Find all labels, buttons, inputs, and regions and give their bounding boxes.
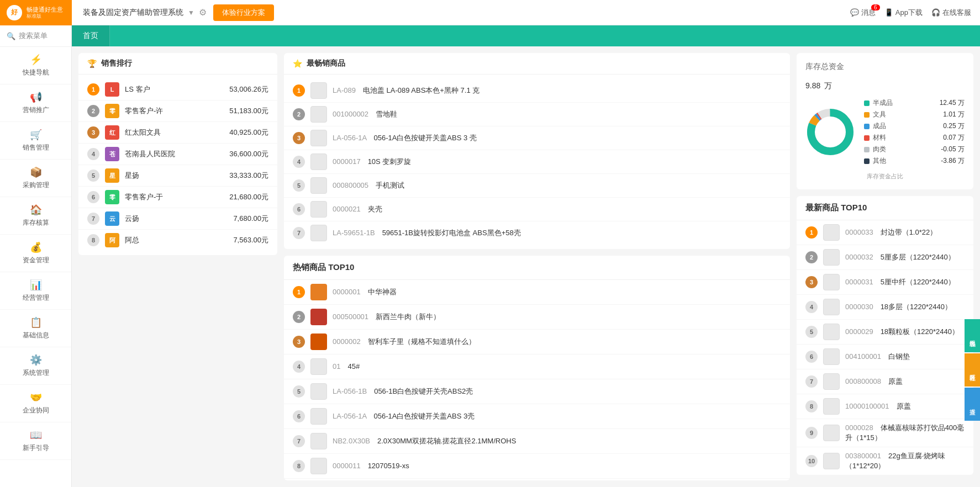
float-service-community[interactable]: 服务社区 bbox=[965, 353, 980, 387]
product-thumb bbox=[310, 225, 327, 241]
hot-products-title: 热销商品 TOP10 bbox=[284, 256, 790, 280]
sidebar-search[interactable]: 🔍 搜索菜单 bbox=[0, 25, 71, 47]
hot-product-row: 2 000500001 新西兰牛肉（新牛） bbox=[284, 305, 790, 330]
rank-name: 0000017 10S 变刺罗旋 bbox=[333, 157, 781, 167]
sidebar-item-system[interactable]: ⚙️ 系统管理 bbox=[0, 347, 71, 385]
customer-service-button[interactable]: 🎧 在线客服 bbox=[931, 8, 971, 18]
content-area: 首页 🏆 销售排行 1 L LS 客户 53,006.26元 2 零 零售客 bbox=[72, 25, 980, 487]
sidebar-item-finance[interactable]: 💰 资金管理 bbox=[0, 235, 71, 272]
legend-label: 肉类 bbox=[873, 145, 937, 154]
message-badge: 6 bbox=[871, 4, 880, 10]
legend-label: 其他 bbox=[873, 156, 937, 166]
rank-number: 1 bbox=[293, 286, 305, 298]
panel-center: ⭐ 最畅销商品 1 LA-089 电池盖 LA-089 ABS本色+黑种 7.1… bbox=[284, 53, 790, 480]
rank-name: 星扬 bbox=[125, 171, 224, 181]
product-thumb bbox=[310, 130, 327, 146]
rank-number: 3 bbox=[87, 126, 99, 139]
product-thumb bbox=[823, 425, 840, 441]
rank-number: 5 bbox=[293, 179, 305, 192]
rank-amount: 7,563.00元 bbox=[233, 235, 268, 245]
customer-service-label: 在线客服 bbox=[942, 8, 971, 18]
rank-number: 2 bbox=[293, 311, 305, 323]
rank-number: 2 bbox=[805, 251, 818, 263]
sidebar-item-sales[interactable]: 🛒 销售管理 bbox=[0, 122, 71, 160]
best-seller-card: ⭐ 最畅销商品 1 LA-089 电池盖 LA-089 ABS本色+黑种 7.1… bbox=[284, 53, 790, 249]
system-selector[interactable]: 装备及固定资产辅助管理系统 ▼ bbox=[83, 8, 194, 18]
system-name: 装备及固定资产辅助管理系统 bbox=[83, 8, 183, 18]
product-info: LA-056-1A 056-1A白色按键开关盖ABS 3壳 bbox=[333, 411, 781, 421]
product-thumb bbox=[310, 284, 327, 300]
float-service: 客服热线 服务社区 直播 bbox=[965, 319, 980, 421]
best-seller-title: 最畅销商品 bbox=[307, 59, 345, 68]
inventory-total: 9.88 万 bbox=[805, 76, 965, 92]
float-customer-service[interactable]: 客服热线 bbox=[965, 319, 980, 352]
star-icon: ⭐ bbox=[293, 59, 302, 68]
trial-button[interactable]: 体验行业方案 bbox=[213, 4, 274, 21]
rank-number: 3 bbox=[293, 336, 305, 348]
best-seller-header: ⭐ 最畅销商品 bbox=[284, 53, 790, 75]
sidebar-item-cooperation[interactable]: 🤝 企业协同 bbox=[0, 385, 71, 422]
sales-ranking-body: 1 L LS 客户 53,006.26元 2 零 零售客户-许 51,183.0… bbox=[78, 75, 277, 255]
legend-item: 半成品 12.45 万 bbox=[864, 98, 965, 108]
product-info: 0000033 封边带（1.0*22） bbox=[845, 227, 965, 237]
mobile-icon: 📱 bbox=[884, 8, 893, 17]
rank-avatar: 零 bbox=[105, 104, 119, 118]
rank-amount: 53,006.26元 bbox=[229, 84, 268, 94]
ranking-row: 2 零 零售客户-许 51,183.00元 bbox=[78, 100, 277, 122]
headphone-icon: 🎧 bbox=[931, 8, 940, 17]
product-info: 10000100001 原盖 bbox=[845, 401, 965, 411]
sales-ranking-title: 销售排行 bbox=[101, 59, 132, 68]
latest-product-row: 4 0000030 18多层（1220*2440） bbox=[797, 295, 973, 320]
rank-amount: 36,600.00元 bbox=[229, 149, 268, 159]
product-thumb bbox=[310, 309, 327, 325]
product-info: 000500001 新西兰牛肉（新牛） bbox=[333, 312, 781, 322]
legend-dot bbox=[864, 135, 870, 141]
rank-name: 零售客户-许 bbox=[125, 106, 224, 116]
legend-dot bbox=[864, 158, 870, 164]
best-seller-row: 5 000800005 手机测试 bbox=[284, 174, 790, 198]
sidebar-item-guide[interactable]: 📖 新手引导 bbox=[0, 422, 71, 460]
rank-number: 5 bbox=[87, 170, 99, 182]
rank-name: 苍南县人民医院 bbox=[125, 149, 224, 159]
message-button[interactable]: 💬 消息 6 bbox=[850, 8, 876, 18]
rank-name: 000800005 手机测试 bbox=[333, 181, 781, 190]
rank-number: 7 bbox=[293, 435, 305, 447]
basic-info-icon: 📋 bbox=[30, 316, 42, 329]
product-info: 0000030 18多层（1220*2440） bbox=[845, 302, 965, 312]
sidebar: 🔍 搜索菜单 ⚡ 快捷导航 📢 营销推广 🛒 销售管理 📦 采购管理 🏠 库存核… bbox=[0, 25, 72, 487]
rank-number: 1 bbox=[293, 84, 305, 97]
rank-amount: 33,333.00元 bbox=[229, 171, 268, 181]
guide-icon: 📖 bbox=[30, 429, 42, 441]
legend-label: 材料 bbox=[873, 133, 940, 142]
sidebar-item-label: 新手引导 bbox=[23, 443, 49, 453]
chevron-down-icon: ▼ bbox=[188, 9, 194, 17]
sidebar-item-marketing[interactable]: 📢 营销推广 bbox=[0, 84, 71, 122]
app-download-button[interactable]: 📱 App下载 bbox=[884, 8, 923, 18]
product-info: NB2.0X30B 2.0X30MM双搓花轴.搓花直径2.1MM/ROHS bbox=[333, 436, 781, 446]
sidebar-item-basic-info[interactable]: 📋 基础信息 bbox=[0, 310, 71, 347]
sidebar-item-label: 资金管理 bbox=[23, 256, 49, 265]
rank-amount: 21,680.00元 bbox=[229, 192, 268, 202]
tab-bar: 首页 bbox=[72, 25, 980, 46]
sidebar-item-label: 快捷导航 bbox=[23, 68, 49, 77]
rank-number: 4 bbox=[293, 361, 305, 373]
float-live[interactable]: 直播 bbox=[965, 388, 980, 421]
latest-products-body: 1 0000033 封边带（1.0*22） 2 0000032 5厘多层（122… bbox=[797, 220, 973, 475]
purchase-icon: 📦 bbox=[30, 166, 42, 178]
product-thumb bbox=[823, 299, 840, 315]
inventory-card: 库存总资金 9.88 万 bbox=[797, 53, 973, 189]
rank-avatar: L bbox=[105, 82, 119, 97]
latest-product-row: 10 003800001 22g鱼豆腐·烧烤味（1*12*20） bbox=[797, 447, 973, 475]
latest-product-row: 1 0000033 封边带（1.0*22） bbox=[797, 220, 973, 245]
sidebar-item-purchase[interactable]: 📦 采购管理 bbox=[0, 160, 71, 197]
sidebar-item-operations[interactable]: 📊 经营管理 bbox=[0, 272, 71, 310]
search-menu-button[interactable]: 🔍 搜索菜单 bbox=[7, 31, 65, 41]
gear-icon[interactable]: ⚙ bbox=[199, 7, 207, 18]
hot-product-row: 5 LA-056-1B 056-1B白色按键开关壳ABS2壳 bbox=[284, 379, 790, 404]
sidebar-item-quick-nav[interactable]: ⚡ 快捷导航 bbox=[0, 47, 71, 84]
tab-home[interactable]: 首页 bbox=[72, 25, 110, 46]
rank-number: 7 bbox=[87, 213, 99, 225]
donut-chart bbox=[805, 107, 855, 159]
sidebar-item-label: 销售管理 bbox=[23, 143, 49, 152]
sidebar-item-inventory[interactable]: 🏠 库存核算 bbox=[0, 197, 71, 235]
